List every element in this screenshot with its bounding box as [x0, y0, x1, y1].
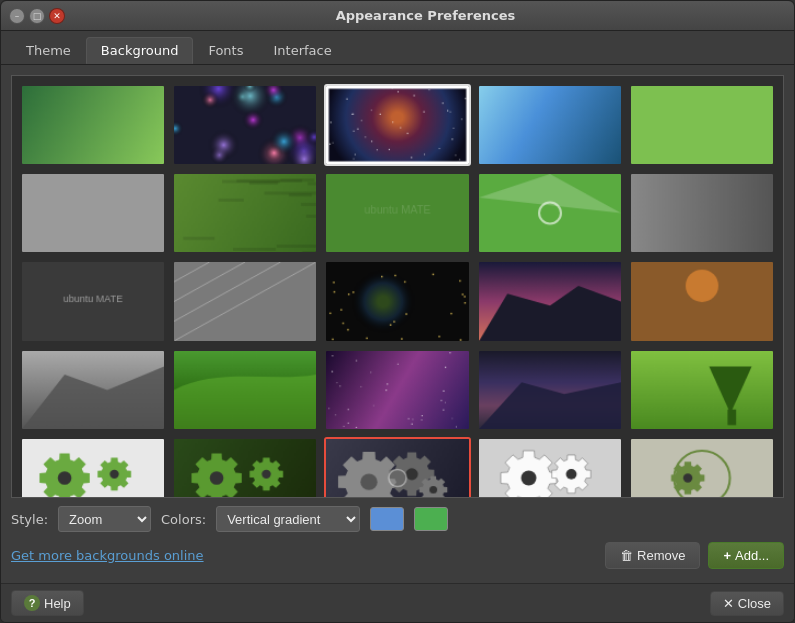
wallpaper-item-22[interactable] [324, 437, 470, 498]
wallpaper-item-9[interactable] [629, 172, 775, 254]
wallpaper-item-8[interactable] [477, 172, 623, 254]
maximize-button[interactable]: □ [29, 8, 45, 24]
help-button[interactable]: ? Help [11, 590, 84, 616]
style-select[interactable]: Zoom Centered Scaled Stretched Wallpaper [58, 506, 151, 532]
wallpaper-item-12[interactable] [324, 260, 470, 342]
window-title: Appearance Preferences [65, 8, 786, 23]
close-label: Close [738, 596, 771, 611]
action-buttons: 🗑 Remove + Add... [605, 542, 784, 569]
wallpaper-item-7[interactable] [324, 172, 470, 254]
wallpaper-item-14[interactable] [629, 260, 775, 342]
add-button[interactable]: + Add... [708, 542, 784, 569]
remove-button[interactable]: 🗑 Remove [605, 542, 700, 569]
wallpaper-item-19[interactable] [629, 349, 775, 431]
wallpaper-item-18[interactable] [477, 349, 623, 431]
colors-label: Colors: [161, 512, 206, 527]
tab-fonts[interactable]: Fonts [193, 37, 258, 64]
color-swatch-1[interactable] [370, 507, 404, 531]
remove-label: Remove [637, 548, 685, 563]
wallpaper-item-15[interactable] [20, 349, 166, 431]
wallpaper-item-10[interactable] [20, 260, 166, 342]
remove-icon: 🗑 [620, 548, 633, 563]
action-bar: Get more backgrounds online 🗑 Remove + A… [11, 536, 784, 573]
wallpaper-item-5[interactable] [20, 172, 166, 254]
wallpaper-item-11[interactable] [172, 260, 318, 342]
wallpaper-item-0[interactable] [20, 84, 166, 166]
close-button[interactable]: ✕ Close [710, 591, 784, 616]
minimize-button[interactable]: – [9, 8, 25, 24]
add-label: Add... [735, 548, 769, 563]
wallpaper-item-6[interactable] [172, 172, 318, 254]
app-window: – □ ✕ Appearance Preferences Theme Backg… [0, 0, 795, 623]
close-title-button[interactable]: ✕ [49, 8, 65, 24]
wallpaper-item-3[interactable] [477, 84, 623, 166]
wallpaper-item-2[interactable] [324, 84, 470, 166]
close-icon: ✕ [723, 596, 734, 611]
titlebar: – □ ✕ Appearance Preferences [1, 1, 794, 31]
wallpaper-item-21[interactable] [172, 437, 318, 498]
bottom-controls: Style: Zoom Centered Scaled Stretched Wa… [11, 498, 784, 536]
window-controls: – □ ✕ [9, 8, 65, 24]
wallpaper-item-20[interactable] [20, 437, 166, 498]
wallpaper-grid-container[interactable] [11, 75, 784, 498]
tabs-bar: Theme Background Fonts Interface [1, 31, 794, 65]
wallpaper-item-24[interactable] [629, 437, 775, 498]
tab-interface[interactable]: Interface [258, 37, 346, 64]
help-icon: ? [24, 595, 40, 611]
wallpaper-item-13[interactable] [477, 260, 623, 342]
get-more-link[interactable]: Get more backgrounds online [11, 548, 204, 563]
colors-select[interactable]: Solid color Horizontal gradient Vertical… [216, 506, 360, 532]
wallpaper-item-16[interactable] [172, 349, 318, 431]
tab-theme[interactable]: Theme [11, 37, 86, 64]
tab-background[interactable]: Background [86, 37, 194, 64]
wallpaper-item-4[interactable] [629, 84, 775, 166]
style-label: Style: [11, 512, 48, 527]
wallpaper-item-1[interactable] [172, 84, 318, 166]
add-icon: + [723, 548, 731, 563]
content-area: Style: Zoom Centered Scaled Stretched Wa… [1, 65, 794, 583]
wallpaper-grid [12, 76, 783, 498]
wallpaper-item-23[interactable] [477, 437, 623, 498]
color-swatch-2[interactable] [414, 507, 448, 531]
wallpaper-item-17[interactable] [324, 349, 470, 431]
footer-bar: ? Help ✕ Close [1, 583, 794, 622]
help-label: Help [44, 596, 71, 611]
